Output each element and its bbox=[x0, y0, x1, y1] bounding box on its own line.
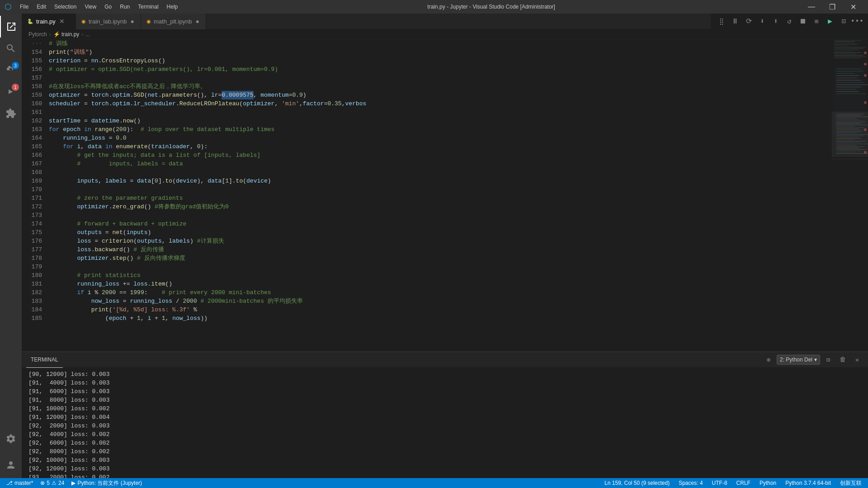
notebook-toolbar: ⣿ ⏸ ⟳ ⬇ ⬆ ↺ ⏹ ⊞ ▶ ⊡ ••• bbox=[711, 14, 868, 29]
svg-rect-11 bbox=[834, 55, 863, 56]
terminal-split[interactable]: ⊟ bbox=[822, 353, 835, 366]
editor-area: 🐍 train.py ✕ ◉ train_lab.ipynb ● ◉ math_… bbox=[22, 14, 868, 478]
status-python-version[interactable]: Python 3.7.4 64-bit bbox=[783, 478, 833, 488]
menu-run[interactable]: Run bbox=[116, 3, 133, 11]
minimize-button[interactable]: — bbox=[801, 0, 822, 14]
status-branch[interactable]: ⎇ master* bbox=[5, 478, 35, 488]
svg-rect-5 bbox=[834, 47, 866, 47]
status-ln-col[interactable]: Ln 159, Col 50 (9 selected) bbox=[603, 478, 671, 488]
menu-bar[interactable]: File Edit Selection View Go Run Terminal… bbox=[16, 3, 181, 11]
code-line-157 bbox=[49, 74, 832, 82]
code-line-163: for epoch in range(200): # loop over the… bbox=[49, 125, 832, 134]
activity-explorer[interactable] bbox=[0, 16, 22, 38]
menu-selection[interactable]: Selection bbox=[51, 3, 80, 11]
menu-file[interactable]: File bbox=[16, 3, 32, 11]
toolbar-down[interactable]: ⬇ bbox=[756, 15, 769, 28]
code-line-165: ____for i, data in enumerate(trainloader… bbox=[49, 142, 832, 151]
menu-help[interactable]: Help bbox=[163, 3, 182, 11]
svg-rect-39 bbox=[836, 121, 863, 121]
activity-bar: 3 1 bbox=[0, 14, 22, 478]
chevron-down-icon: ▾ bbox=[814, 357, 817, 363]
toolbar-variable[interactable]: ⊞ bbox=[810, 15, 823, 28]
terminal-add[interactable]: ⊕ bbox=[762, 353, 775, 366]
menu-go[interactable]: Go bbox=[101, 3, 115, 11]
code-line-176: ________loss = criterion(outputs, labels… bbox=[49, 237, 832, 245]
activity-source-control[interactable]: 3 bbox=[0, 59, 22, 81]
code-line-170 bbox=[49, 185, 832, 194]
toolbar-run-all[interactable]: ▶ bbox=[824, 15, 836, 28]
svg-rect-52 bbox=[836, 138, 861, 139]
svg-rect-23 bbox=[836, 73, 854, 74]
code-line-153: # 训练 bbox=[49, 39, 832, 48]
status-language[interactable]: Python bbox=[758, 478, 778, 488]
breadcrumb-context[interactable]: ... bbox=[85, 31, 90, 38]
activity-run[interactable]: 1 bbox=[0, 81, 22, 103]
tab-bar: 🐍 train.py ✕ ◉ train_lab.ipynb ● ◉ math_… bbox=[22, 14, 868, 29]
activity-search[interactable] bbox=[0, 38, 22, 59]
code-content[interactable]: # 训练 print("训练") criterion = nn.CrossEnt… bbox=[47, 39, 832, 352]
tab-file-icon-math: ◉ bbox=[146, 19, 151, 24]
line-numbers: ··· 154 155 156 157 158 159 160 161 162 … bbox=[22, 39, 47, 352]
status-encoding[interactable]: UTF-8 bbox=[710, 478, 729, 488]
tab-math-plt[interactable]: ◉ math_plt.ipynb ● bbox=[141, 14, 206, 29]
status-brand[interactable]: 创新互联 bbox=[838, 478, 863, 488]
svg-rect-60 bbox=[836, 149, 866, 150]
menu-terminal[interactable]: Terminal bbox=[134, 3, 162, 11]
terminal-body[interactable]: [90, 12000] loss: 0.003 [91, 4000] loss:… bbox=[22, 368, 868, 478]
terminal-tab[interactable]: TERMINAL bbox=[26, 352, 63, 368]
breadcrumb-pytorch[interactable]: Pytorch bbox=[28, 31, 47, 38]
menu-view[interactable]: View bbox=[81, 3, 100, 11]
svg-rect-38 bbox=[836, 119, 859, 120]
toolbar-split[interactable]: ⣿ bbox=[715, 15, 728, 28]
brand-label: 创新互联 bbox=[840, 479, 862, 487]
breadcrumb-sep1: › bbox=[49, 31, 51, 38]
window-title: train.py - Jupyter - Visual Studio Code … bbox=[181, 4, 801, 10]
term-line-1: [91, 4000] loss: 0.003 bbox=[28, 379, 861, 387]
activity-extensions[interactable] bbox=[0, 103, 22, 124]
toolbar-split-editor[interactable]: ⊡ bbox=[837, 15, 850, 28]
window-controls[interactable]: — ❐ ✕ bbox=[801, 0, 863, 14]
tab-close-math-plt[interactable]: ● bbox=[195, 17, 200, 25]
app-icons: ⬡ bbox=[5, 2, 12, 12]
terminal-trash[interactable]: 🗑 bbox=[836, 353, 849, 366]
menu-edit[interactable]: Edit bbox=[33, 3, 50, 11]
code-line-174: ________# forward + backward + optimize bbox=[49, 220, 832, 228]
svg-rect-56 bbox=[836, 144, 868, 144]
status-run[interactable]: ▶ Python: 当前文件 (Jupyter) bbox=[70, 478, 144, 488]
svg-rect-41 bbox=[836, 123, 861, 124]
status-line-ending[interactable]: CRLF bbox=[735, 478, 752, 488]
status-spaces[interactable]: Spaces: 4 bbox=[677, 478, 704, 488]
tab-train-lab[interactable]: ◉ train_lab.ipynb ● bbox=[76, 14, 141, 29]
terminal-close[interactable]: ✕ bbox=[851, 353, 863, 366]
toolbar-stop[interactable]: ⏹ bbox=[797, 15, 809, 28]
git-branch-icon: ⎇ bbox=[6, 480, 13, 486]
svg-point-15 bbox=[864, 63, 867, 66]
svg-rect-55 bbox=[836, 142, 861, 143]
toolbar-pause[interactable]: ⏸ bbox=[729, 15, 741, 28]
code-line-156: # optimizer = optim.SGD(net.parameters()… bbox=[49, 65, 832, 74]
maximize-button[interactable]: ❐ bbox=[822, 0, 843, 14]
toolbar-reset[interactable]: ↺ bbox=[783, 15, 796, 28]
svg-rect-0 bbox=[834, 40, 861, 41]
toolbar-refresh[interactable]: ⟳ bbox=[742, 15, 755, 28]
tab-close-train-lab[interactable]: ● bbox=[130, 17, 135, 25]
minimap[interactable] bbox=[832, 39, 868, 352]
activity-settings[interactable] bbox=[0, 428, 22, 450]
code-line-172: ________optimizer.zero_grad() #将参数的grad值… bbox=[49, 202, 832, 211]
breadcrumb-file[interactable]: ⚡ train.py bbox=[53, 31, 80, 38]
close-button[interactable]: ✕ bbox=[843, 0, 863, 14]
term-line-12: [93, 2000] loss: 0.002 bbox=[28, 473, 861, 478]
term-line-0: [90, 12000] loss: 0.003 bbox=[28, 370, 861, 379]
toolbar-more[interactable]: ••• bbox=[851, 15, 863, 28]
terminal-kernel-dropdown[interactable]: 2: Python Del ▾ bbox=[777, 355, 820, 365]
tab-train-py[interactable]: 🐍 train.py ✕ bbox=[22, 14, 76, 29]
svg-rect-48 bbox=[836, 133, 857, 133]
code-editor[interactable]: ··· 154 155 156 157 158 159 160 161 162 … bbox=[22, 39, 832, 352]
svg-rect-24 bbox=[836, 75, 859, 76]
toolbar-up[interactable]: ⬆ bbox=[769, 15, 782, 28]
status-errors[interactable]: ⊗ 5 ⚠ 24 bbox=[38, 478, 66, 488]
activity-account[interactable] bbox=[0, 454, 22, 476]
svg-rect-49 bbox=[836, 134, 868, 135]
code-line-173 bbox=[49, 211, 832, 220]
tab-close-train-py[interactable]: ✕ bbox=[58, 17, 66, 25]
